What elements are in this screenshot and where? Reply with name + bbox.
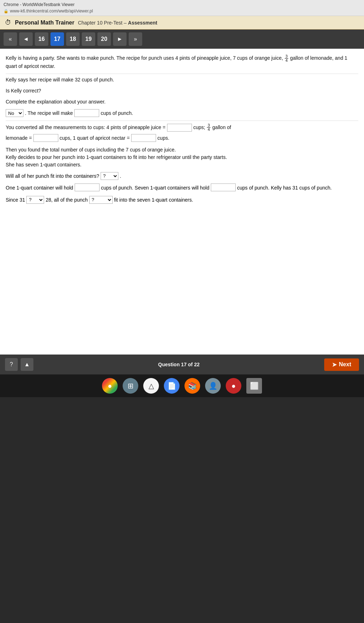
fit-text: fit into the seven 1-quart containers. (114, 197, 193, 203)
since-text: Since 31 (6, 197, 25, 203)
nav-rewind-button[interactable]: « (4, 32, 17, 46)
answer-row-1: No Yes . The recipe will make cups of pu… (6, 109, 358, 117)
taskbar-orange-icon[interactable]: 📚 (184, 378, 200, 394)
nav-page-19[interactable]: 19 (82, 32, 95, 46)
nav-fastforward-button[interactable]: » (129, 32, 142, 46)
will-fit-dropdown[interactable]: ? Yes No (101, 172, 118, 180)
app-header: ⏱ Personal Math Trainer Chapter 10 Pre-T… (0, 16, 364, 30)
help-button[interactable]: ? (5, 358, 18, 371)
main-content: Kelly is having a party. She wants to ma… (0, 49, 364, 355)
nav-back-button[interactable]: ◄ (19, 32, 33, 46)
apricot-cups-input[interactable] (131, 134, 156, 142)
pineapple-cups-input[interactable] (167, 124, 192, 132)
browser-url: 🔒 www-k6.thinkcentral.com/wwtb/api/viewe… (4, 9, 360, 14)
app-logo-icon: ⏱ (5, 19, 11, 26)
question-counter: Question 17 of 22 (158, 362, 200, 367)
intro-text: Kelly is having a party. She wants to ma… (6, 55, 283, 61)
next-arrow-icon: ➤ (332, 361, 337, 368)
taskbar-chrome-icon[interactable]: ● (102, 378, 118, 394)
cups-label1: cups; (193, 123, 205, 132)
taskbar-grid-icon[interactable]: ⊞ (123, 378, 138, 394)
conversion-row-1: You converted all the measurements to cu… (6, 123, 358, 132)
pour-text: Kelly decides to pour her punch into 1-q… (6, 154, 358, 161)
num28: 28, all of the punch (46, 197, 87, 203)
container-row: One 1-quart container will hold cups of … (6, 183, 358, 192)
nav-page-16[interactable]: 16 (35, 32, 48, 46)
conversion-intro: You converted all the measurements to cu… (6, 123, 166, 132)
app-subtitle: Chapter 10 Pre-Test – Assessment (78, 20, 157, 26)
kelly-has-text: cups of punch. Kelly has 31 cups of punc… (237, 183, 332, 192)
lemonade-cups-input[interactable] (33, 134, 58, 142)
cups-label3: cups. (157, 134, 169, 143)
found-text-block: Then you found the total number of cups … (6, 146, 358, 169)
nav-bar: « ◄ 16 17 18 19 20 ► » (0, 30, 364, 49)
nav-forward-button[interactable]: ► (113, 32, 127, 46)
fraction-3-4-2: 3 4 (207, 123, 210, 132)
found-text: Then you found the total number of cups … (6, 146, 358, 154)
next-label: Next (339, 361, 351, 368)
since-row: Since 31 ? > < = 28, all of the punch ? … (6, 196, 358, 204)
taskbar-docs-icon[interactable]: 📄 (164, 378, 180, 394)
seven-quart-input[interactable] (211, 183, 236, 191)
next-button[interactable]: ➤ Next (324, 358, 359, 371)
divider-2 (6, 121, 358, 121)
fraction-3-4: 3 4 (285, 54, 288, 63)
one-quart-input[interactable] (75, 183, 100, 191)
statement2: Is Kelly correct? (6, 87, 358, 95)
text-cups1: cups of punch. (101, 109, 133, 117)
nav-page-20[interactable]: 20 (97, 32, 111, 46)
app-title: Personal Math Trainer (15, 20, 74, 26)
statement3: Complete the explanation about your answ… (6, 98, 358, 106)
text-make: . The recipe will make (25, 109, 73, 117)
taskbar-drive-icon[interactable]: △ (143, 378, 159, 394)
divider-1 (6, 74, 358, 74)
will-fit-q: Will all of her punch fit into the conta… (6, 173, 99, 179)
conversion-block: You converted all the measurements to cu… (6, 123, 358, 142)
one-quart-text: One 1-quart container will hold (6, 183, 73, 192)
browser-chrome: Chrome - WorldWideTestbank Viewer 🔒 www-… (0, 0, 364, 16)
footer-left: ? ▲ (5, 358, 33, 371)
url-text: www-k6.thinkcentral.com/wwtb/api/viewer.… (10, 9, 93, 14)
alert-button[interactable]: ▲ (21, 358, 33, 371)
conversion-row-2: lemonade = cups, 1 quart of apricot nect… (6, 134, 358, 143)
lemonade-label: lemonade = (6, 134, 32, 143)
statement1: Kelly says her recipe will make 32 cups … (6, 76, 358, 84)
cups-label2: cups, 1 quart of apricot nectar = (60, 134, 130, 143)
footer-bar: ? ▲ Question 17 of 22 ➤ Next (0, 355, 364, 374)
will-dropdown[interactable]: ? will will not (89, 196, 113, 204)
cups-input-1[interactable] (74, 109, 99, 117)
will-fit-row: Will all of her punch fit into the conta… (6, 172, 358, 180)
taskbar: ● ⊞ △ 📄 📚 👤 ● ⬜ (0, 374, 364, 397)
cups-of-punch-text: cups of punch. Seven 1-quart containers … (101, 183, 209, 192)
browser-title: Chrome - WorldWideTestbank Viewer (4, 2, 360, 7)
taskbar-person-icon[interactable]: 👤 (205, 378, 221, 394)
question-intro-text: Kelly is having a party. She wants to ma… (6, 54, 358, 70)
taskbar-gray-icon[interactable]: ⬜ (246, 378, 262, 394)
seven-text: She has seven 1-quart containers. (6, 161, 358, 169)
since-dropdown[interactable]: ? > < = (26, 196, 44, 204)
lock-icon: 🔒 (4, 9, 9, 14)
taskbar-red-icon[interactable]: ● (226, 378, 241, 394)
gallon-label: gallon of (212, 123, 231, 132)
nav-page-18[interactable]: 18 (66, 32, 80, 46)
nav-page-17[interactable]: 17 (50, 32, 64, 46)
yes-no-dropdown[interactable]: No Yes (6, 109, 23, 117)
